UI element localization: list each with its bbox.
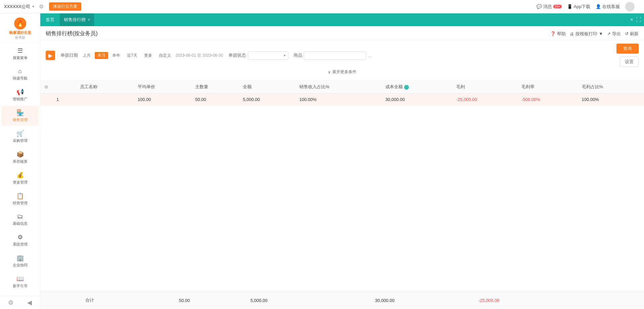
footer-profit-cell: -25,000.00: [474, 295, 583, 306]
sidebar-label-sales: 销售管理: [13, 117, 28, 122]
sidebar-item-system[interactable]: ⚙ 系统管理: [1, 230, 39, 250]
table-avg-price-header: 平均单价: [134, 81, 191, 94]
content-area: 首页 销售排行榜 × × ⛶ 销售排行榜(按业务员) ❓ 帮助: [40, 13, 644, 309]
footer-cost-cell: 30,000.00: [371, 295, 474, 306]
company-selector[interactable]: XXXXXX公司 ▼: [4, 4, 35, 10]
date-filter-group: 单据日期 上月 本月 本年 近7天 更多 自定义 2023-06-01 至 20…: [60, 52, 223, 59]
finance-icon: 💰: [16, 171, 24, 179]
date-tabs: 上月 本月 本年 近7天 更多 自定义: [80, 52, 174, 59]
footer-row: 合计 50.00 5,000.00 30,000.00 -25,000.00: [40, 295, 644, 306]
sidebar-label-purchase: 采购管理: [13, 138, 28, 143]
message-badge: 99+: [553, 5, 562, 8]
tab-close-window-icon[interactable]: ×: [630, 17, 633, 23]
help-label: 帮助: [557, 31, 566, 37]
sidebar-item-app-center[interactable]: 📱 应用中心: [1, 293, 39, 296]
sidebar-label-search-order: 搜索菜单: [13, 55, 28, 60]
refresh-button[interactable]: ↺ 刷新: [625, 31, 639, 37]
sidebar-item-finance[interactable]: 💰 资金管理: [1, 168, 39, 188]
date-tab-this-year[interactable]: 本年: [110, 52, 123, 59]
sidebar-item-marketing[interactable]: 📢 营销推广: [1, 85, 39, 105]
sales-icon: 🏪: [16, 109, 24, 116]
table-name-header: 员工名称: [76, 81, 133, 94]
sidebar-item-sales[interactable]: 🏪 销售管理: [1, 106, 39, 126]
footer-table: 合计 50.00 5,000.00 30,000.00 -25,000.00: [40, 295, 644, 306]
filter-row: ▶ 单据日期 上月 本月 本年 近7天 更多 自定义 2023-: [46, 44, 639, 67]
system-icon: ⚙: [17, 234, 23, 241]
query-button[interactable]: 查询: [616, 44, 639, 54]
app-download-button[interactable]: 📱 App下载: [567, 4, 590, 10]
table-footer: 合计 50.00 5,000.00 30,000.00 -25,000.00: [40, 292, 644, 309]
set-button[interactable]: 设置: [620, 56, 639, 67]
date-tab-custom[interactable]: 自定义: [156, 52, 174, 59]
sidebar-item-base-info[interactable]: 🗂 基础信息: [1, 210, 39, 229]
goods-filter-label: 商品: [294, 52, 302, 58]
inventory-icon: 📦: [16, 151, 24, 158]
sidebar-collapse-btn[interactable]: ◀: [27, 299, 32, 306]
footer-settings-cell: [40, 295, 51, 306]
sidebar-item-guide[interactable]: 📖 新手引导: [1, 272, 39, 292]
tab-sales-ranking[interactable]: 销售排行榜 ×: [60, 13, 94, 26]
sidebar-item-search-order[interactable]: ☰ 搜索菜单: [1, 44, 39, 64]
print-button[interactable]: 🖨 按模板打印 ▼: [570, 31, 603, 37]
goods-more-icon[interactable]: …: [368, 53, 372, 58]
settings-icon[interactable]: ⚙: [39, 3, 44, 10]
table-row: 1 100.00 50.00 5,000.00 100.00% 30,000.0…: [40, 94, 644, 106]
avatar[interactable]: [625, 2, 635, 11]
trial-button[interactable]: 体验行业方案: [49, 2, 81, 11]
status-filter-label: 单据状态: [228, 52, 246, 58]
page-content: 销售排行榜(按业务员) ❓ 帮助 🖨 按模板打印 ▼ ↗ 导出: [40, 26, 644, 309]
export-button[interactable]: ↗ 导出: [607, 31, 621, 37]
quick-nav-icon: ⌂: [18, 68, 22, 75]
sidebar-item-purchase[interactable]: 🛒 采购管理: [1, 126, 39, 147]
sidebar-item-enterprise[interactable]: 🏢 企业协同: [1, 251, 39, 271]
tab-bar: 首页 销售排行榜 × × ⛶: [40, 13, 644, 26]
tab-maximize-icon[interactable]: ⛶: [636, 17, 641, 23]
table-settings-header[interactable]: ⚙: [40, 81, 52, 94]
guide-icon: 📖: [16, 275, 24, 282]
footer-label-cell: 合计: [81, 295, 144, 306]
goods-input[interactable]: [304, 51, 366, 60]
help-button[interactable]: ❓ 帮助: [550, 31, 566, 37]
expand-label: 展开更多条件: [332, 69, 356, 75]
table-cell-name: [76, 94, 133, 106]
sidebar-label-guide: 新手引导: [13, 284, 28, 289]
table-cell-sales-pct: 100.00%: [295, 94, 381, 106]
message-button[interactable]: 💬 消息 99+: [536, 4, 562, 10]
table-profit-header: 毛利: [452, 81, 517, 94]
sidebar-item-quick-nav[interactable]: ⌂ 快捷导航: [1, 64, 39, 84]
status-select[interactable]: [248, 51, 288, 60]
tab-home[interactable]: 首页: [40, 13, 60, 26]
sidebar-bottom: ⚙ ◀: [0, 296, 40, 309]
sidebar-settings-btn[interactable]: ⚙: [8, 299, 13, 306]
message-label: 消息: [543, 4, 552, 10]
expand-conditions-button[interactable]: ∨ 展开更多条件: [328, 69, 356, 75]
page-title: 销售排行榜(按业务员): [46, 30, 98, 37]
export-label: 导出: [612, 31, 621, 37]
table-cell-rank: 1: [52, 94, 76, 106]
company-chevron-icon: ▼: [32, 5, 35, 8]
status-filter-group: 单据状态: [228, 51, 288, 60]
online-service-button[interactable]: 👤 在线客服: [596, 4, 620, 10]
filter-toggle-btn[interactable]: ▶: [46, 51, 55, 60]
sidebar-item-operations[interactable]: 📋 经营管理: [1, 189, 39, 209]
app-download-label: App下载: [574, 4, 590, 10]
sidebar-item-inventory[interactable]: 📦 库存核算: [1, 147, 39, 167]
date-range-label: 2023-06-01 至 2023-06-30: [176, 53, 223, 58]
date-filter-label: 单据日期: [60, 52, 78, 58]
footer-sales-pct-cell: [341, 295, 371, 306]
table-profit-pct-header: 毛利占比%: [578, 81, 644, 94]
table-header-row: ⚙ 员工名称 平均单价 主数量 全额 销售收入占比% 成本全额 ⓘ 毛利 毛利率…: [40, 81, 644, 94]
base-info-icon: 🗂: [17, 213, 23, 220]
table-cell-qty: 50.00: [191, 94, 239, 106]
date-tab-last-month[interactable]: 上月: [80, 52, 93, 59]
refresh-label: 刷新: [630, 31, 639, 37]
table-cell-avg-price: 100.00: [134, 94, 191, 106]
sidebar-label-quick-nav: 快捷导航: [13, 76, 28, 81]
table-cell-profit: -25,000.00: [452, 94, 517, 106]
date-tab-this-month[interactable]: 本月: [95, 52, 108, 59]
date-tab-more[interactable]: 更多: [141, 52, 155, 59]
tab-close-icon[interactable]: ×: [88, 17, 90, 22]
date-tab-7days[interactable]: 近7天: [124, 52, 140, 59]
sidebar-label-enterprise: 企业协同: [13, 263, 28, 268]
top-bar: XXXXXX公司 ▼ ⚙ 体验行业方案 💬 消息 99+ 📱 App下载 👤 在…: [0, 0, 644, 13]
